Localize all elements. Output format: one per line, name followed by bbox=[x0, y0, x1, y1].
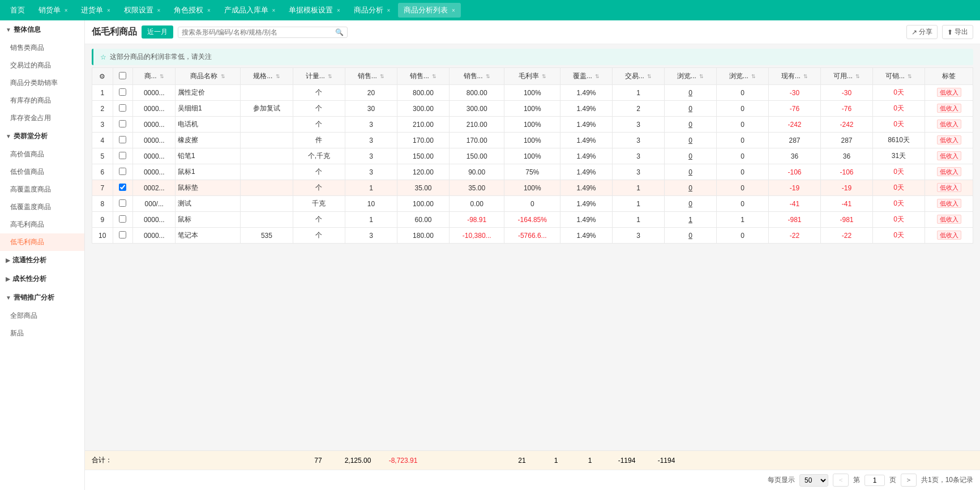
export-btn[interactable]: ⬆ 导出 bbox=[942, 25, 973, 39]
nav-close-product-entry[interactable]: × bbox=[272, 7, 276, 14]
th-settings[interactable]: ⚙ bbox=[92, 68, 113, 85]
cell-checkbox[interactable] bbox=[113, 133, 133, 148]
nav-close-purchase[interactable]: × bbox=[107, 7, 110, 14]
cell-checkbox[interactable] bbox=[113, 196, 133, 212]
sidebar-group-growth[interactable]: ▶ 成长性分析 bbox=[0, 270, 84, 288]
row-checkbox[interactable] bbox=[119, 231, 126, 238]
row-checkbox[interactable] bbox=[119, 136, 126, 143]
sort-coverage-icon[interactable]: ⇅ bbox=[595, 74, 600, 79]
cell-transactions: 3 bbox=[613, 164, 665, 180]
th-views1: 浏览... ⇅ bbox=[665, 68, 717, 85]
sidebar-item-new-goods[interactable]: 新品 bbox=[0, 325, 84, 342]
sort-name-icon[interactable]: ⇅ bbox=[221, 74, 225, 79]
sidebar-item-high-value[interactable]: 高价值商品 bbox=[0, 146, 84, 163]
cell-checkbox[interactable] bbox=[113, 85, 133, 101]
views1-link[interactable]: 0 bbox=[688, 184, 692, 192]
sidebar-item-low-coverage[interactable]: 低覆盖度商品 bbox=[0, 198, 84, 216]
sort-unit-icon[interactable]: ⇅ bbox=[328, 74, 332, 79]
prev-page-btn[interactable]: ＜ bbox=[833, 474, 849, 487]
nav-close-role[interactable]: × bbox=[207, 7, 211, 14]
th-checkbox[interactable] bbox=[113, 68, 133, 85]
nav-item-role[interactable]: 角色授权 × bbox=[168, 3, 216, 18]
sidebar-item-traded-goods[interactable]: 交易过的商品 bbox=[0, 57, 84, 74]
nav-close-analysis[interactable]: × bbox=[387, 7, 390, 14]
nav-close-analysis-list[interactable]: × bbox=[452, 7, 455, 14]
sort-spec-icon[interactable]: ⇅ bbox=[276, 74, 280, 79]
nav-item-sales[interactable]: 销货单 × bbox=[33, 3, 73, 18]
cell-checkbox[interactable] bbox=[113, 148, 133, 164]
views1-link[interactable]: 0 bbox=[688, 232, 692, 240]
sort-days-icon[interactable]: ⇅ bbox=[908, 74, 912, 79]
page-input[interactable] bbox=[865, 475, 885, 486]
filter-period-btn[interactable]: 近一月 bbox=[142, 25, 173, 39]
nav-close-sales[interactable]: × bbox=[65, 7, 68, 14]
cell-gross-margin: 100% bbox=[504, 133, 560, 148]
sort-amount-icon[interactable]: ⇅ bbox=[432, 74, 436, 79]
row-checkbox[interactable] bbox=[119, 199, 126, 207]
cell-checkbox[interactable] bbox=[113, 180, 133, 196]
cell-checkbox[interactable] bbox=[113, 101, 133, 117]
nav-item-home[interactable]: 首页 bbox=[5, 3, 31, 18]
sidebar-item-high-margin[interactable]: 高毛利商品 bbox=[0, 216, 84, 233]
nav-close-template[interactable]: × bbox=[337, 7, 340, 14]
sidebar-item-high-coverage[interactable]: 高覆盖度商品 bbox=[0, 181, 84, 198]
cell-checkbox[interactable] bbox=[113, 117, 133, 133]
cell-checkbox[interactable] bbox=[113, 164, 133, 180]
sort-stock-icon[interactable]: ⇅ bbox=[803, 74, 808, 79]
sidebar-item-low-value[interactable]: 低价值商品 bbox=[0, 163, 84, 181]
sidebar-group-flow[interactable]: ▶ 流通性分析 bbox=[0, 251, 84, 270]
views1-link[interactable]: 1 bbox=[688, 216, 692, 224]
nav-item-analysis[interactable]: 商品分析 × bbox=[348, 3, 396, 18]
sort-code-icon[interactable]: ⇅ bbox=[160, 74, 164, 79]
cell-coverage: 1.49% bbox=[560, 180, 613, 196]
row-checkbox[interactable] bbox=[119, 120, 126, 127]
nav-close-permission[interactable]: × bbox=[157, 7, 161, 14]
nav-item-analysis-list[interactable]: 商品分析列表 × bbox=[398, 3, 460, 18]
sort-qty-icon[interactable]: ⇅ bbox=[380, 74, 384, 79]
sidebar-group-cluster[interactable]: ▼ 类群堂分析 bbox=[0, 127, 84, 146]
views1-link[interactable]: 0 bbox=[688, 168, 692, 176]
sidebar-item-stock-goods[interactable]: 有库存的商品 bbox=[0, 92, 84, 109]
search-icon[interactable]: 🔍 bbox=[335, 28, 344, 36]
nav-item-permission[interactable]: 权限设置 × bbox=[118, 3, 166, 18]
views1-link[interactable]: 0 bbox=[688, 121, 692, 129]
cell-checkbox[interactable] bbox=[113, 228, 133, 244]
sidebar-item-stock-capital[interactable]: 库存资金占用 bbox=[0, 109, 84, 127]
sidebar-item-all-goods[interactable]: 全部商品 bbox=[0, 307, 84, 325]
row-checkbox[interactable] bbox=[119, 88, 126, 96]
row-checkbox[interactable] bbox=[119, 184, 126, 191]
nav-item-template[interactable]: 单据模板设置 × bbox=[283, 3, 345, 18]
row-checkbox[interactable] bbox=[119, 215, 126, 223]
sort-avail-icon[interactable]: ⇅ bbox=[855, 74, 860, 79]
row-checkbox[interactable] bbox=[119, 152, 126, 159]
cell-checkbox[interactable] bbox=[113, 212, 133, 228]
sidebar-item-category-rate[interactable]: 商品分类助销率 bbox=[0, 74, 84, 92]
share-btn[interactable]: ↗ 分享 bbox=[906, 25, 938, 39]
next-page-btn[interactable]: ＞ bbox=[901, 474, 917, 487]
sort-profit-icon[interactable]: ⇅ bbox=[486, 74, 490, 79]
tag-badge: 低收入 bbox=[937, 183, 961, 192]
cell-code: 000/... bbox=[133, 196, 176, 212]
sort-views2-icon[interactable]: ⇅ bbox=[751, 74, 756, 79]
sidebar-group-marketing[interactable]: ▼ 营销推广分析 bbox=[0, 288, 84, 307]
nav-item-purchase[interactable]: 进货单 × bbox=[75, 3, 115, 18]
sidebar-item-low-margin[interactable]: 低毛利商品 bbox=[0, 233, 84, 251]
row-checkbox[interactable] bbox=[119, 168, 126, 175]
views1-link[interactable]: 0 bbox=[688, 89, 692, 97]
sidebar-item-sales-goods[interactable]: 销售类商品 bbox=[0, 39, 84, 57]
views1-link[interactable]: 0 bbox=[688, 200, 692, 208]
search-input[interactable] bbox=[182, 28, 335, 36]
views1-link[interactable]: 0 bbox=[688, 105, 692, 113]
nav-item-product-entry[interactable]: 产成品入库单 × bbox=[219, 3, 281, 18]
cell-gross-margin: 75% bbox=[504, 164, 560, 180]
sort-trans-icon[interactable]: ⇅ bbox=[647, 74, 652, 79]
sidebar-group-overall[interactable]: ▼ 整体信息 bbox=[0, 20, 84, 39]
views1-link[interactable]: 0 bbox=[688, 152, 692, 160]
select-all-checkbox[interactable] bbox=[119, 72, 126, 79]
row-checkbox[interactable] bbox=[119, 104, 126, 112]
total-transactions: 21 bbox=[505, 457, 539, 465]
views1-link[interactable]: 0 bbox=[688, 137, 692, 144]
sort-views1-icon[interactable]: ⇅ bbox=[699, 74, 704, 79]
sort-margin-icon[interactable]: ⇅ bbox=[542, 74, 546, 79]
page-size-select[interactable]: 10 20 50 100 bbox=[799, 474, 828, 487]
